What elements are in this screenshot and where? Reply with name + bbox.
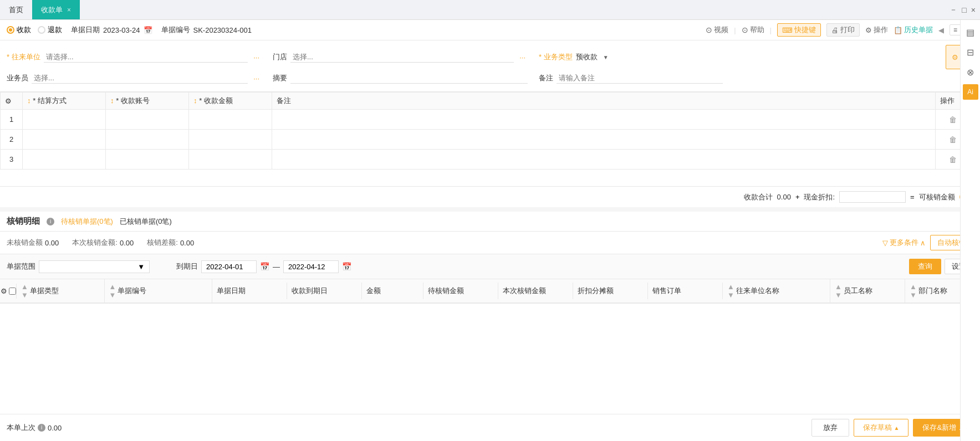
- th-notes: 备注: [272, 93, 936, 110]
- salesperson-input[interactable]: [32, 73, 248, 84]
- sidebar-form-icon[interactable]: ⊟: [963, 44, 978, 60]
- sort-dept-icon[interactable]: ▲▼: [910, 283, 917, 299]
- bth-type: ▲▼ 单据类型: [17, 279, 105, 302]
- row-2-account[interactable]: [106, 130, 189, 150]
- verify-header: 核销明细 i 待核销单据(0笔) 已核销单据(0笔): [0, 212, 980, 232]
- due-date-start-input[interactable]: [201, 260, 257, 273]
- available-label: 可核销金额: [919, 192, 955, 202]
- select-all-checkbox[interactable]: [9, 288, 16, 295]
- calendar-icon[interactable]: 📅: [144, 26, 152, 34]
- due-date-start-calendar-btn[interactable]: 📅: [260, 262, 269, 271]
- verify-title: 核销明细: [7, 216, 40, 227]
- row-3-payment[interactable]: [23, 150, 106, 170]
- row-1-payment[interactable]: [23, 110, 106, 130]
- bottom-table-header: ⚙ ▲▼ 单据类型 ▲▼ 单据编号 单据日期 收款到期日 金额 待核销金额: [0, 279, 980, 304]
- store-label: 门店: [273, 52, 287, 62]
- salesperson-label: 业务员: [7, 73, 28, 83]
- abandon-btn[interactable]: 放弃: [811, 419, 849, 437]
- video-btn[interactable]: ⊙ 视频: [706, 25, 728, 35]
- more-conditions-btn[interactable]: ▽ 更多条件 ∧: [882, 238, 926, 248]
- biz-type-label: * 业务类型: [539, 52, 573, 62]
- plus-sign: +: [795, 193, 800, 201]
- date-separator: —: [273, 263, 280, 271]
- receipt-table: ⚙ ↕ * 结算方式 ↕ * 收款账号 ↕ * 收款金额: [0, 92, 980, 170]
- radio-refund-circle: [38, 26, 45, 34]
- discount-input[interactable]: [839, 191, 906, 203]
- chevron-up-icon: ∧: [920, 239, 926, 247]
- range-select[interactable]: ▼: [39, 260, 150, 273]
- due-date-end-calendar-btn[interactable]: 📅: [342, 262, 351, 271]
- save-draft-btn[interactable]: 保存草稿 ▲: [854, 419, 909, 437]
- table-row: 3 🗑 ⊞: [1, 150, 980, 170]
- table-settings-icon-2[interactable]: ⚙: [1, 287, 7, 295]
- verify-info-icon[interactable]: i: [47, 218, 54, 225]
- table-row: 1 🗑 ⊞: [1, 110, 980, 130]
- sort-counterpart-icon[interactable]: ▲▼: [727, 283, 734, 299]
- bottom-info-icon[interactable]: i: [38, 424, 45, 432]
- history-btn[interactable]: 📋 历史单据: [894, 25, 933, 35]
- print-btn[interactable]: 🖨 打印: [826, 23, 860, 37]
- verify-section: 核销明细 i 待核销单据(0笔) 已核销单据(0笔) 未核销金额 0.00 本次…: [0, 212, 980, 304]
- row-1-account[interactable]: [106, 110, 189, 130]
- sidebar-link-icon[interactable]: ⊗: [963, 64, 978, 80]
- tab-receipt[interactable]: 收款单 ×: [32, 0, 80, 19]
- bth-employee: ▲▼ 员工名称: [830, 279, 905, 302]
- date-field: 单据日期 2023-03-24 📅: [71, 25, 152, 35]
- store-more-btn[interactable]: ···: [517, 53, 528, 61]
- biz-type-dropdown-icon[interactable]: ▼: [603, 54, 609, 60]
- due-date-end-input[interactable]: [283, 260, 339, 273]
- th-settings[interactable]: ⚙: [1, 93, 23, 110]
- sidebar-ai-icon[interactable]: Ai: [963, 84, 978, 100]
- biz-type-field: * 业务类型 预收款 ▼: [539, 52, 939, 62]
- bottom-bar: 本单上次 i 0.00 放弃 保存草稿 ▲ 保存&新增 ▲: [0, 414, 980, 441]
- counterpart-input[interactable]: [44, 52, 248, 63]
- nav-prev-icon[interactable]: ◀: [938, 26, 944, 34]
- row-1-notes[interactable]: [272, 110, 936, 130]
- query-btn[interactable]: 查询: [909, 259, 941, 274]
- biz-type-value: 预收款: [576, 52, 598, 62]
- window-close-icon[interactable]: ×: [971, 6, 976, 14]
- radio-receipt[interactable]: 收款: [7, 25, 31, 35]
- radio-receipt-circle: [7, 26, 14, 34]
- row-3-account[interactable]: [106, 150, 189, 170]
- bth-amount: 金额: [362, 283, 423, 299]
- window-minimize-icon[interactable]: －: [950, 5, 957, 15]
- list-view-btn[interactable]: ≡: [950, 25, 961, 35]
- row-1-delete-icon[interactable]: 🗑: [949, 115, 957, 124]
- help-btn[interactable]: ⊙ 帮助: [742, 25, 764, 35]
- row-3-amount[interactable]: [189, 150, 272, 170]
- window-maximize-icon[interactable]: □: [962, 6, 966, 14]
- bth-checkbox-col: ⚙: [0, 284, 17, 299]
- summary-field: 摘要: [273, 73, 528, 84]
- range-field: 单据范围 ▼: [7, 260, 150, 273]
- salesperson-more-btn[interactable]: ···: [251, 74, 262, 83]
- sidebar-table-icon[interactable]: ▤: [963, 24, 978, 40]
- row-1-amount[interactable]: [189, 110, 272, 130]
- sort-number-icon[interactable]: ▲▼: [109, 283, 116, 299]
- counterpart-more-btn[interactable]: ···: [251, 53, 262, 61]
- counterpart-label: * 往来单位: [7, 52, 40, 62]
- notes-label: 备注: [539, 73, 553, 83]
- summary-input[interactable]: [290, 73, 528, 84]
- row-3-notes[interactable]: [272, 150, 936, 170]
- tab-close-icon[interactable]: ×: [67, 6, 71, 14]
- row-2-notes[interactable]: [272, 130, 936, 150]
- row-2-payment[interactable]: [23, 130, 106, 150]
- toolbar-right: ⊙ 视频 | ⊙ 帮助 | ⌨ 快捷键 🖨 打印 ⚙ 操作 📋: [706, 23, 973, 37]
- completed-tab[interactable]: 已核销单据(0笔): [120, 217, 172, 227]
- tab-home[interactable]: 首页: [0, 0, 32, 19]
- shortcut-btn[interactable]: ⌨ 快捷键: [777, 23, 821, 37]
- sort-employee-icon[interactable]: ▲▼: [835, 283, 842, 299]
- pending-tab[interactable]: 待核销单据(0笔): [61, 217, 113, 227]
- store-input[interactable]: [290, 52, 514, 63]
- row-2-amount[interactable]: [189, 130, 272, 150]
- current-verify-amount: 本次核销金额: 0.00: [72, 238, 134, 248]
- row-2-delete-icon[interactable]: 🗑: [949, 135, 957, 144]
- row-3-delete-icon[interactable]: 🗑: [949, 155, 957, 164]
- filter-icon: ▽: [882, 239, 888, 247]
- sort-type-icon[interactable]: ▲▼: [21, 283, 28, 299]
- operate-btn[interactable]: ⚙ 操作: [865, 25, 888, 35]
- notes-input[interactable]: [557, 73, 723, 84]
- table-settings-icon[interactable]: ⚙: [5, 97, 12, 105]
- radio-refund[interactable]: 退款: [38, 25, 62, 35]
